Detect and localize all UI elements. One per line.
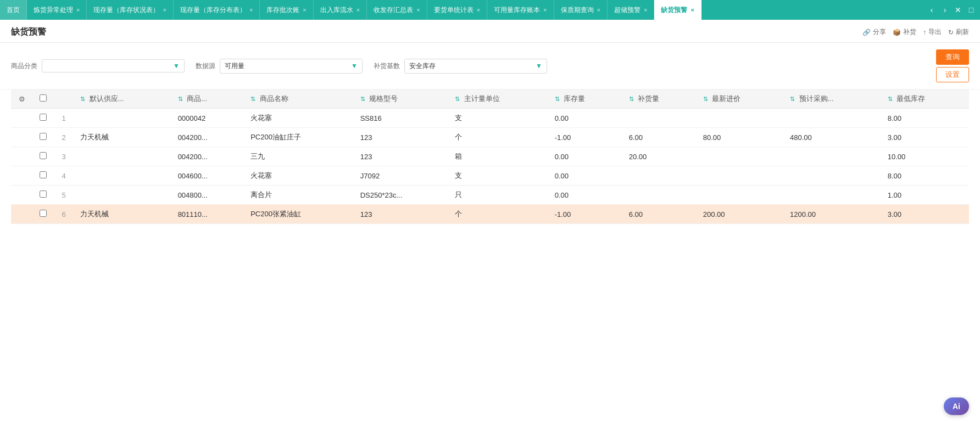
row-checkbox-3[interactable] — [40, 171, 47, 178]
tab-abnormal[interactable]: 炼货异常处理 × — [27, 0, 87, 20]
table-body: 1 0000042 火花塞 SS816 支 0.00 8.00 2 力天机械 0… — [11, 109, 969, 224]
tab-prev-button[interactable]: ‹ — [925, 3, 938, 16]
main-content: 缺货预警 🔗 分享 📦 补货 ↑ 导出 ↻ 刷新 商品分类 — [0, 20, 980, 437]
tab-reqstat[interactable]: 要货单统计表 × — [427, 0, 487, 20]
replenish-basis-arrow-icon: ▼ — [536, 62, 542, 70]
tab-close-inout[interactable]: × — [357, 7, 360, 13]
row-min-stock-cell: 8.00 — [882, 109, 969, 128]
row-num-cell: 4 — [53, 166, 75, 186]
data-table: ⚙ ⇅ 默认供应... ⇅ 商品... ⇅ — [11, 89, 969, 224]
row-replenish-cell — [623, 109, 698, 128]
row-supplier-cell — [75, 166, 172, 186]
row-checkbox-0[interactable] — [40, 114, 47, 121]
tab-close-all-button[interactable]: ✕ — [951, 3, 965, 16]
tab-maximize-button[interactable]: □ — [965, 3, 978, 16]
min-stock-header[interactable]: ⇅ 最低库存 — [882, 89, 969, 109]
tab-batch[interactable]: 库存批次账 × — [260, 0, 313, 20]
row-latest-price-cell — [698, 186, 784, 205]
tab-shortage[interactable]: 缺货预警 × — [654, 0, 701, 20]
refresh-button[interactable]: ↻ 刷新 — [948, 27, 969, 37]
datasource-filter-group: 数据源 可用量 ▼ — [196, 59, 363, 74]
row-est-purchase-cell — [784, 147, 882, 166]
product-code-header[interactable]: ⇅ 商品... — [172, 89, 246, 109]
row-min-stock-cell: 1.00 — [882, 186, 969, 205]
row-num-cell: 3 — [53, 147, 75, 166]
unit-header[interactable]: ⇅ 主计量单位 — [449, 89, 549, 109]
row-checkbox-2[interactable] — [40, 152, 47, 159]
tab-recv[interactable]: 收发存汇总表 × — [367, 0, 427, 20]
row-supplier-cell: 力天机械 — [75, 205, 172, 224]
gear-settings-icon[interactable]: ⚙ — [16, 95, 27, 103]
category-label: 商品分类 — [11, 61, 37, 71]
spec-header[interactable]: ⇅ 规格型号 — [355, 89, 450, 109]
tab-inout[interactable]: 出入库流水 × — [314, 0, 367, 20]
tab-close-stock-dist[interactable]: × — [249, 7, 253, 13]
row-supplier-cell: 力天机械 — [75, 128, 172, 147]
row-checkbox-1[interactable] — [40, 133, 47, 140]
row-num-cell: 6 — [53, 205, 75, 224]
select-all-checkbox[interactable] — [40, 94, 47, 102]
product-name-header[interactable]: ⇅ 商品名称 — [245, 89, 355, 109]
stock-header[interactable]: ⇅ 库存量 — [549, 89, 623, 109]
tab-available[interactable]: 可用量库存账本 × — [487, 0, 554, 20]
filter-actions: 查询 设置 — [936, 49, 969, 82]
row-stock-cell: -1.00 — [549, 205, 623, 224]
tab-close-stock-status[interactable]: × — [163, 7, 166, 13]
export-button[interactable]: ↑ 导出 — [923, 27, 942, 37]
row-product-code-cell: 801110... — [172, 205, 246, 224]
tab-stock-status[interactable]: 现存量（库存状况表） × — [87, 0, 173, 20]
share-button[interactable]: 🔗 分享 — [862, 27, 886, 37]
tab-close-recv[interactable]: × — [416, 7, 420, 13]
page-title: 缺货预警 — [11, 26, 46, 38]
ai-badge[interactable]: Ai — [944, 397, 969, 415]
row-num-cell: 1 — [53, 109, 75, 128]
table-header-row: ⚙ ⇅ 默认供应... ⇅ 商品... ⇅ — [11, 89, 969, 109]
stock-sort-icon: ⇅ — [555, 96, 560, 102]
row-product-code-cell: 004200... — [172, 128, 246, 147]
tab-overstock[interactable]: 超储预警 × — [608, 0, 654, 20]
category-select[interactable]: ▼ — [42, 59, 185, 72]
tab-close-batch[interactable]: × — [303, 7, 306, 13]
datasource-value: 可用量 — [225, 61, 244, 71]
product-code-sort-icon: ⇅ — [178, 96, 183, 102]
tab-bar: 首页 炼货异常处理 × 现存量（库存状况表） × 现存量（库存分布表） × 库存… — [0, 0, 980, 20]
row-unit-cell: 个 — [449, 205, 549, 224]
replenish-header[interactable]: ⇅ 补货量 — [623, 89, 698, 109]
replenish-basis-select[interactable]: 安全库存 ▼ — [404, 59, 547, 74]
tab-expiry[interactable]: 保质期查询 × — [554, 0, 608, 20]
filter-row: 商品分类 ▼ 数据源 可用量 ▼ 补货基数 安全库存 ▼ 查询 设置 — [0, 43, 980, 89]
query-button[interactable]: 查询 — [936, 49, 969, 65]
tab-close-shortage[interactable]: × — [691, 7, 694, 13]
tab-close-overstock[interactable]: × — [644, 7, 647, 13]
row-product-code-cell: 004600... — [172, 166, 246, 186]
min-stock-sort-icon: ⇅ — [888, 96, 893, 102]
row-min-stock-cell: 10.00 — [882, 147, 969, 166]
settings-button[interactable]: 设置 — [936, 67, 969, 82]
latest-price-header[interactable]: ⇅ 最新进价 — [698, 89, 784, 109]
replenish-button[interactable]: 📦 补货 — [893, 27, 916, 37]
row-min-stock-cell: 8.00 — [882, 166, 969, 186]
tab-close-abnormal[interactable]: × — [76, 7, 80, 13]
tab-next-button[interactable]: › — [938, 3, 951, 16]
row-gear-cell — [11, 166, 33, 186]
tab-close-available[interactable]: × — [543, 7, 547, 13]
row-product-name-cell: PC200张紧油缸 — [245, 205, 355, 224]
row-checkbox-5[interactable] — [40, 210, 47, 217]
row-product-name-cell: 火花塞 — [245, 166, 355, 186]
row-est-purchase-cell: 480.00 — [784, 128, 882, 147]
tab-home[interactable]: 首页 — [0, 0, 27, 20]
supplier-header[interactable]: ⇅ 默认供应... — [75, 89, 172, 109]
row-replenish-cell — [623, 166, 698, 186]
datasource-select[interactable]: 可用量 ▼ — [220, 59, 363, 74]
row-replenish-cell: 6.00 — [623, 205, 698, 224]
tab-close-expiry[interactable]: × — [597, 7, 600, 13]
row-checkbox-4[interactable] — [40, 191, 47, 198]
row-num-cell: 5 — [53, 186, 75, 205]
supplier-sort-icon: ⇅ — [80, 96, 85, 102]
est-purchase-header[interactable]: ⇅ 预计采购... — [784, 89, 882, 109]
row-latest-price-cell — [698, 109, 784, 128]
tab-close-reqstat[interactable]: × — [477, 7, 480, 13]
row-spec-cell: DS250*23c... — [355, 186, 450, 205]
row-min-stock-cell: 3.00 — [882, 205, 969, 224]
tab-stock-dist[interactable]: 现存量（库存分布表） × — [174, 0, 260, 20]
